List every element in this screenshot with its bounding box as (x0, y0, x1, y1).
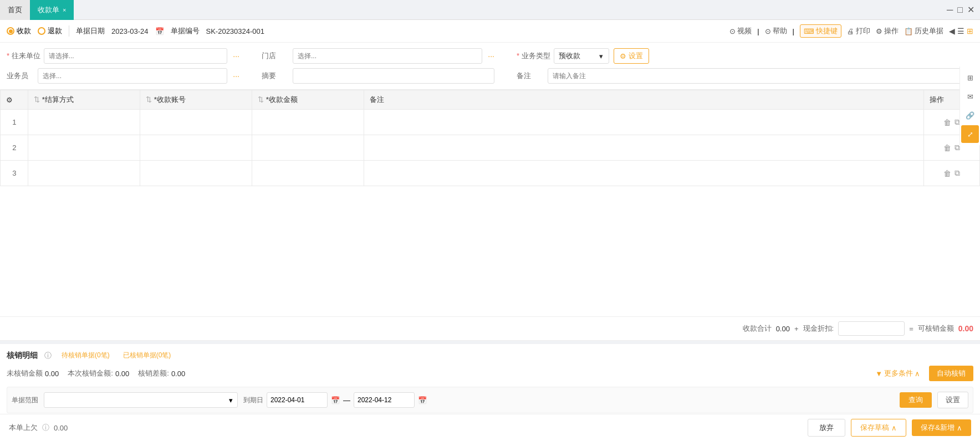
cell-remark-2[interactable] (364, 135, 924, 161)
calendar-from-icon[interactable]: 📅 (331, 396, 340, 404)
counterpart-field: 往来单位 ··· (7, 48, 239, 64)
refund-radio[interactable]: 退款 (38, 26, 62, 36)
shortcut-btn[interactable]: ⌨ 快捷键 (800, 24, 841, 38)
recon-info-icon[interactable]: ⓘ (44, 351, 52, 361)
refund-radio-circle (38, 27, 45, 35)
cell-settlement-1[interactable] (28, 110, 140, 135)
history-btn[interactable]: 📋 历史单据 (904, 26, 943, 36)
cell-remark-1[interactable] (364, 110, 924, 135)
calendar-to-icon[interactable]: 📅 (418, 396, 427, 404)
save-draft-label: 保存草稿 (860, 423, 889, 433)
input-account-1[interactable] (140, 110, 252, 135)
cell-amount-1[interactable] (252, 110, 364, 135)
video-btn[interactable]: ⊙ 视频 (729, 26, 752, 36)
current-recon-stat: 本次核销金额: 0.00 (68, 368, 129, 378)
settings-field: ⚙ 设置 (614, 48, 649, 64)
grid-view-icon[interactable]: ⊞ (967, 27, 973, 35)
discount-input[interactable] (838, 321, 905, 336)
info-icon-footer: ⓘ (42, 423, 49, 433)
filter-settings-button[interactable]: 设置 (937, 392, 968, 408)
cell-account-1[interactable] (140, 110, 252, 135)
auto-recon-button[interactable]: 自动核销 (929, 366, 973, 381)
tab-home[interactable]: 首页 (0, 0, 30, 20)
save-new-button[interactable]: 保存&新增 ∧ (912, 419, 971, 436)
restore-icon[interactable]: □ (957, 5, 963, 15)
cell-settlement-3[interactable] (28, 161, 140, 186)
remark-input[interactable] (548, 68, 973, 84)
summary-label: 摘要 (262, 71, 289, 81)
close-icon[interactable]: ✕ (967, 4, 974, 15)
shop-input[interactable] (293, 48, 482, 64)
abandon-button[interactable]: 放弃 (808, 419, 845, 437)
th-settlement-label: *结算方式 (42, 95, 74, 104)
delete-row-icon-2[interactable]: 🗑 (943, 143, 951, 152)
total-label: 收款合计 (743, 324, 772, 334)
business-type-select[interactable]: 预收款 ▾ (554, 48, 609, 64)
input-amount-2[interactable] (252, 135, 364, 160)
receipt-radio[interactable]: 收款 (7, 26, 31, 36)
input-remark-2[interactable] (364, 135, 923, 160)
done-tab[interactable]: 已核销单据(0笔) (120, 350, 175, 361)
input-account-3[interactable] (140, 161, 252, 186)
th-remark: 备注 (364, 90, 924, 110)
input-account-2[interactable] (140, 135, 252, 160)
date-from-input[interactable] (267, 392, 328, 408)
cell-amount-3[interactable] (252, 161, 364, 186)
available-label: 可核销金额 (918, 324, 954, 334)
input-amount-3[interactable] (252, 161, 364, 186)
tab-receipt[interactable]: 收款单 × (30, 0, 74, 20)
operation-btn[interactable]: ⚙ 操作 (876, 26, 899, 36)
counterpart-more-icon[interactable]: ··· (233, 52, 239, 60)
cell-remark-3[interactable] (364, 161, 924, 186)
table-settings-header[interactable]: ⚙ (1, 90, 28, 110)
help-icon: ⊙ (765, 27, 771, 35)
delete-row-icon-3[interactable]: 🗑 (943, 169, 951, 178)
save-draft-chevron-icon: ∧ (891, 424, 897, 432)
print-icon: 🖨 (847, 27, 854, 35)
sidebar-attach-btn[interactable]: 🔗 (961, 106, 979, 124)
top-toolbar: 收款 退款 单据日期 2023-03-24 📅 单据编号 SK-20230324… (0, 20, 980, 43)
row-num-3: 3 (1, 161, 28, 186)
staff-input[interactable] (38, 68, 227, 84)
uncancelled-label: 未核销金额 (7, 368, 43, 378)
tab-close-icon[interactable]: × (63, 7, 66, 13)
more-conditions-btn[interactable]: ▼ 更多条件 ∧ (875, 368, 920, 378)
input-remark-1[interactable] (364, 110, 923, 135)
prev-view-icon[interactable]: ◀ (949, 27, 955, 35)
pending-tab[interactable]: 待核销单据(0笔) (58, 350, 113, 361)
staff-more-icon[interactable]: ··· (233, 71, 239, 80)
available-value: 0.00 (958, 324, 973, 333)
calendar-icon[interactable]: 📅 (155, 27, 164, 35)
print-btn[interactable]: 🖨 打印 (847, 26, 870, 36)
business-type-value: 预收款 (559, 51, 580, 61)
query-button[interactable]: 查询 (900, 392, 932, 408)
sidebar-expand-btn[interactable]: ⤢ (961, 125, 979, 143)
tab-bar: 首页 收款单 × ─ □ ✕ (0, 0, 980, 20)
cell-settlement-2[interactable] (28, 135, 140, 161)
counterpart-input[interactable] (44, 48, 228, 64)
sidebar-email-btn[interactable]: ✉ (961, 88, 979, 105)
input-amount-1[interactable] (252, 110, 364, 135)
input-settlement-1[interactable] (28, 110, 140, 135)
list-view-icon[interactable]: ☰ (957, 27, 964, 35)
delete-row-icon-1[interactable]: 🗑 (943, 118, 951, 127)
date-to-input[interactable] (354, 392, 415, 408)
minimize-icon[interactable]: ─ (947, 5, 953, 15)
shop-more-icon[interactable]: ··· (488, 52, 494, 60)
toolbar-right: ⊙ 视频 | ⊙ 帮助 | ⌨ 快捷键 🖨 打印 ⚙ 操作 📋 (729, 24, 973, 38)
sidebar-table-btn[interactable]: ⊞ (961, 69, 979, 86)
settings-button[interactable]: ⚙ 设置 (614, 48, 649, 64)
range-select[interactable]: ▾ (44, 392, 238, 408)
save-draft-button[interactable]: 保存草稿 ∧ (851, 419, 906, 437)
counterpart-label: 往来单位 (7, 51, 40, 61)
input-remark-3[interactable] (364, 161, 923, 186)
sort-icon: ⇅ (34, 95, 40, 104)
cell-amount-2[interactable] (252, 135, 364, 161)
help-btn[interactable]: ⊙ 帮助 (765, 26, 787, 36)
copy-row-icon-3[interactable]: ⧉ (955, 168, 960, 178)
cell-account-3[interactable] (140, 161, 252, 186)
cell-account-2[interactable] (140, 135, 252, 161)
input-settlement-3[interactable] (28, 161, 140, 186)
input-settlement-2[interactable] (28, 135, 140, 160)
summary-input[interactable] (293, 68, 494, 84)
